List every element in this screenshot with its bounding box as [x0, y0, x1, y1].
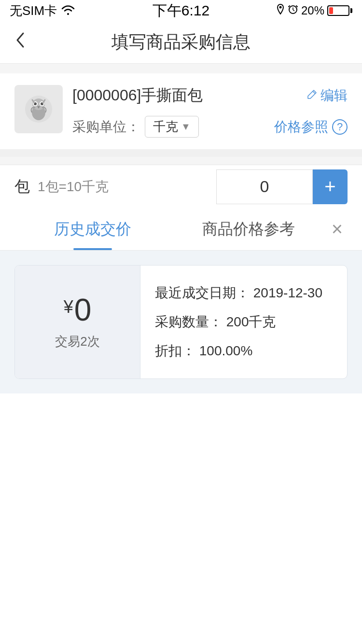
latest-date-label: 最近成交日期： — [155, 285, 250, 300]
bottom-area — [0, 393, 362, 644]
price-trade-count: 交易2次 — [55, 333, 99, 350]
battery-icon — [327, 5, 352, 16]
help-icon: ? — [332, 119, 348, 135]
nav-header: 填写商品采购信息 — [0, 21, 362, 64]
tab-bar: 历史成交价 商品价格参考 × — [0, 208, 362, 251]
product-top-row: [0000006]手撕面包 编辑 — [72, 85, 348, 106]
edit-icon — [307, 89, 318, 102]
quantity-plus-button[interactable]: + — [313, 169, 348, 204]
conversion-note: 1包=10千克 — [38, 178, 109, 196]
product-section: [0000006]手撕面包 编辑 采购单位： 千克 — [0, 73, 362, 149]
latest-date-value: 2019-12-30 — [253, 285, 322, 300]
edit-label: 编辑 — [320, 86, 348, 105]
product-thumbnail — [14, 85, 63, 133]
price-amount: ¥ 0 — [64, 294, 92, 325]
tab-history-label: 历史成交价 — [54, 219, 131, 240]
purchase-quantity-row: 采购数量： 200千克 — [155, 312, 333, 332]
status-time: 下午6:12 — [153, 1, 209, 21]
status-bar: 无SIM卡 下午6:12 20% — [0, 0, 362, 21]
status-carrier: 无SIM卡 — [10, 2, 75, 19]
quantity-row: 包 1包=10千克 0 + — [0, 165, 362, 208]
close-icon: × — [332, 218, 343, 239]
edit-button[interactable]: 编辑 — [307, 86, 348, 105]
tab-history-price[interactable]: 历史成交价 — [14, 208, 170, 250]
quantity-controls: 0 + — [216, 169, 348, 204]
product-row: [0000006]手撕面包 编辑 采购单位： 千克 — [14, 85, 348, 138]
location-icon — [276, 4, 285, 17]
purchase-quantity-value: 200千克 — [226, 314, 276, 329]
price-card-left: ¥ 0 交易2次 — [15, 266, 140, 378]
latest-date-row: 最近成交日期： 2019-12-30 — [155, 283, 333, 303]
quantity-input[interactable]: 0 — [216, 169, 313, 204]
quantity-label: 包 1包=10千克 — [14, 176, 109, 197]
page-title: 填写商品采购信息 — [111, 30, 251, 54]
discount-row: 折扣： 100.00% — [155, 341, 333, 361]
price-card-container: ¥ 0 交易2次 最近成交日期： 2019-12-30 采购数量： 200千克 … — [0, 251, 362, 393]
discount-value: 100.00% — [199, 343, 253, 358]
tab-active-underline — [73, 248, 112, 250]
svg-point-0 — [279, 6, 281, 9]
unit-select[interactable]: 千克 ▼ — [145, 116, 199, 138]
price-card: ¥ 0 交易2次 最近成交日期： 2019-12-30 采购数量： 200千克 … — [14, 265, 348, 379]
price-value: 0 — [74, 294, 92, 325]
section-divider — [0, 149, 362, 157]
price-reference-button[interactable]: 价格参照 ? — [274, 118, 348, 136]
price-yen-symbol: ¥ — [64, 298, 73, 316]
discount-label: 折扣： — [155, 343, 195, 358]
unit-label: 包 — [14, 176, 30, 197]
price-ref-label: 价格参照 — [274, 118, 328, 136]
wifi-icon — [61, 3, 75, 18]
dropdown-arrow-icon: ▼ — [181, 121, 191, 132]
status-right: 20% — [276, 4, 352, 17]
purchase-quantity-label: 采购数量： — [155, 314, 223, 329]
product-name: [0000006]手撕面包 — [72, 85, 203, 106]
purchase-row: 采购单位： 千克 ▼ 价格参照 ? — [72, 116, 348, 138]
tab-product-label: 商品价格参考 — [202, 219, 295, 240]
close-panel-button[interactable]: × — [327, 213, 348, 245]
alarm-icon — [288, 4, 298, 17]
purchase-unit-label: 采购单位： 千克 ▼ — [72, 116, 199, 138]
price-panel: 历史成交价 商品价格参考 × ¥ 0 交易2次 最近成交日期： 2019-12-… — [0, 208, 362, 393]
price-card-right: 最近成交日期： 2019-12-30 采购数量： 200千克 折扣： 100.0… — [140, 266, 347, 378]
quantity-section: 包 1包=10千克 0 + — [0, 165, 362, 208]
product-info: [0000006]手撕面包 编辑 采购单位： 千克 — [72, 85, 348, 138]
back-button[interactable] — [14, 26, 31, 59]
tab-product-price[interactable]: 商品价格参考 — [170, 208, 326, 250]
battery-percentage: 20% — [301, 4, 324, 17]
